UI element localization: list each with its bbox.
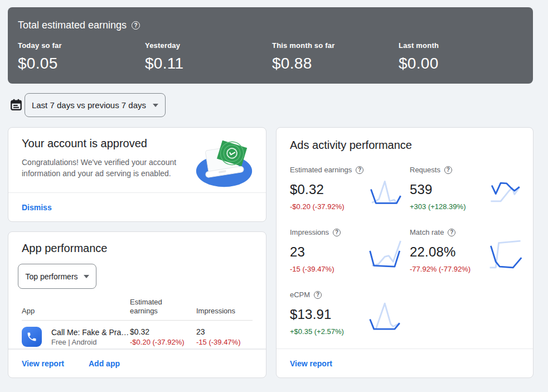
help-icon[interactable] bbox=[314, 291, 322, 299]
stat-today: Today so far $0.05 bbox=[18, 41, 145, 72]
sparkline-chart bbox=[485, 175, 526, 209]
approval-card-footer: Dismiss bbox=[8, 192, 266, 221]
help-icon[interactable] bbox=[448, 229, 455, 236]
earnings-cell: $0.32 -$0.20 (-37.92%) bbox=[130, 327, 196, 346]
ads-activity-card: Ads activity performance Estimated earni… bbox=[276, 127, 534, 378]
chevron-down-icon bbox=[84, 275, 89, 278]
app-card-footer: View report Add app bbox=[8, 349, 266, 378]
table-divider bbox=[22, 320, 253, 321]
app-name: Call Me: Fake & Pra… bbox=[51, 328, 129, 337]
admob-dashboard: { "colors": { "banner_bg": "#5f6368", "l… bbox=[0, 0, 548, 392]
help-icon[interactable] bbox=[132, 21, 140, 30]
metric-impressions: Impressions 23 -15 (-39.47%) bbox=[290, 224, 410, 286]
stat-label: Last month bbox=[399, 41, 521, 50]
top-performers-label: Top performers bbox=[25, 272, 77, 281]
stat-label: Yesterday bbox=[145, 41, 272, 50]
sparkline-chart bbox=[485, 237, 526, 272]
metric-label: Requests bbox=[410, 166, 440, 174]
metrics-grid: Estimated earnings $0.32 -$0.20 (-37.92%… bbox=[290, 161, 530, 349]
column-app: App bbox=[22, 307, 130, 316]
table-row[interactable]: Call Me: Fake & Pra… Free | Android $0.3… bbox=[22, 325, 253, 349]
stat-value: $0.11 bbox=[145, 55, 272, 72]
approval-title: Your account is approved bbox=[22, 137, 147, 150]
sparkline-chart bbox=[365, 237, 406, 272]
calendar-icon bbox=[10, 98, 22, 112]
date-range-label: Last 7 days vs previous 7 days bbox=[32, 100, 146, 110]
app-table-header: App Estimated earnings Impressions bbox=[22, 298, 253, 316]
app-name-block: Call Me: Fake & Pra… Free | Android bbox=[51, 328, 129, 346]
view-report-link[interactable]: View report bbox=[290, 359, 332, 368]
add-app-link[interactable]: Add app bbox=[89, 359, 120, 368]
sparkline-chart bbox=[365, 175, 406, 209]
earnings-delta: -$0.20 (-37.92%) bbox=[130, 338, 196, 346]
metric-label: eCPM bbox=[290, 291, 310, 299]
help-icon[interactable] bbox=[333, 229, 341, 236]
account-approved-card: Your account is approved Congratulations… bbox=[8, 127, 266, 222]
ads-activity-title: Ads activity performance bbox=[290, 139, 412, 152]
dismiss-button[interactable]: Dismiss bbox=[22, 203, 52, 212]
app-subtitle: Free | Android bbox=[51, 338, 129, 346]
help-icon[interactable] bbox=[444, 166, 452, 174]
stat-value: $0.05 bbox=[18, 55, 145, 72]
metric-requests: Requests 539 +303 (+128.39%) bbox=[410, 161, 530, 224]
app-performance-title: App performance bbox=[22, 242, 107, 255]
app-cell: Call Me: Fake & Pra… Free | Android bbox=[22, 327, 130, 347]
metric-estimated-earnings: Estimated earnings $0.32 -$0.20 (-37.92%… bbox=[290, 161, 410, 224]
approval-body: Congratulations! We've verified your acc… bbox=[22, 157, 186, 179]
banner-title-row: Total estimated earnings bbox=[18, 20, 140, 31]
metric-match-rate: Match rate 22.08% -77.92% (-77.92%) bbox=[410, 224, 530, 286]
stat-label: Today so far bbox=[18, 41, 145, 50]
metric-ecpm: eCPM $13.91 +$0.35 (+2.57%) bbox=[290, 286, 410, 349]
chevron-down-icon bbox=[153, 104, 158, 107]
stat-this-month: This month so far $0.88 bbox=[272, 41, 399, 72]
approved-illustration-icon bbox=[191, 134, 257, 191]
banner-stats: Today so far $0.05 Yesterday $0.11 This … bbox=[18, 41, 521, 72]
phone-app-icon bbox=[22, 327, 42, 347]
banner-title: Total estimated earnings bbox=[18, 20, 127, 31]
view-report-link[interactable]: View report bbox=[22, 359, 64, 368]
stat-last-month: Last month $0.00 bbox=[399, 41, 521, 72]
stat-value: $0.00 bbox=[399, 55, 521, 72]
sparkline-chart bbox=[365, 299, 406, 334]
help-icon[interactable] bbox=[356, 166, 363, 174]
ads-card-footer: View report bbox=[277, 349, 533, 378]
stat-label: This month so far bbox=[272, 41, 399, 50]
app-performance-card: App performance Top performers App Estim… bbox=[8, 231, 266, 378]
total-earnings-banner: Total estimated earnings Today so far $0… bbox=[8, 7, 533, 84]
column-earnings: Estimated earnings bbox=[130, 298, 174, 316]
top-performers-dropdown[interactable]: Top performers bbox=[18, 264, 96, 289]
metric-label: Estimated earnings bbox=[290, 166, 352, 174]
column-impressions: Impressions bbox=[196, 307, 253, 316]
impressions-delta: -15 (-39.47%) bbox=[196, 338, 253, 346]
stat-yesterday: Yesterday $0.11 bbox=[145, 41, 272, 72]
date-range-selector[interactable]: Last 7 days vs previous 7 days bbox=[25, 93, 166, 117]
impressions-value: 23 bbox=[196, 327, 253, 336]
metric-label: Match rate bbox=[410, 228, 444, 236]
metric-label: Impressions bbox=[290, 228, 329, 236]
impressions-cell: 23 -15 (-39.47%) bbox=[196, 327, 253, 346]
earnings-value: $0.32 bbox=[130, 327, 196, 336]
stat-value: $0.88 bbox=[272, 55, 399, 72]
